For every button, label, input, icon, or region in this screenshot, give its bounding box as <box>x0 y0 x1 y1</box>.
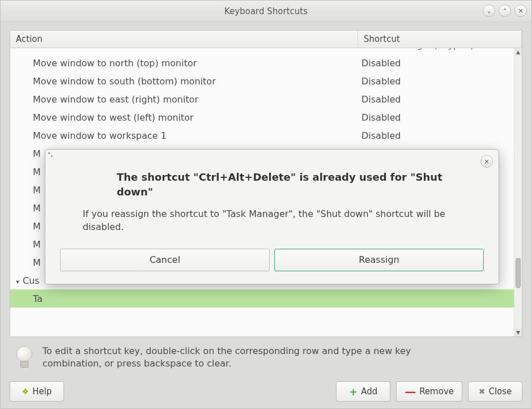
dialog-heading: The shortcut "Ctrl+Alt+Delete" is alread… <box>117 170 457 199</box>
scroll-down-arrow-icon[interactable]: ▼ <box>514 329 522 336</box>
column-action-header[interactable]: Action <box>10 31 358 48</box>
minimize-button[interactable]: ⌄ <box>483 5 495 17</box>
remove-button[interactable]: — Remove <box>396 381 462 402</box>
scroll-thumb[interactable] <box>516 258 521 288</box>
close-button[interactable]: ✖ Close <box>468 381 522 402</box>
scroll-up-arrow-icon[interactable]: ▲ <box>514 48 522 56</box>
table-row[interactable]: Move window to workspace 1Disabled <box>10 126 514 144</box>
help-button[interactable]: ❖ Help <box>10 381 64 402</box>
table-row[interactable]: Move window to center of screenCtrl+Alt+… <box>10 48 514 54</box>
close-icon: ✕ <box>484 158 489 165</box>
lightbulb-icon <box>14 345 35 372</box>
plus-icon: + <box>349 386 357 398</box>
reassign-button[interactable]: Reassign <box>274 249 484 271</box>
reassign-dialog: ✕ The shortcut "Ctrl+Alt+Delete" is alre… <box>45 149 499 284</box>
add-button[interactable]: + Add <box>336 381 390 402</box>
window-close-button[interactable]: ✕ <box>514 5 527 17</box>
minus-icon: — <box>405 389 416 394</box>
chevron-down-icon: ⌄ <box>486 7 491 15</box>
titlebar: Keyboard Shortcuts ⌄ ⌃ ✕ <box>1 1 531 22</box>
button-label: Reassign <box>359 254 399 265</box>
resize-grip-icon[interactable] <box>48 152 54 158</box>
hint-row: To edit a shortcut key, double-click on … <box>10 337 522 376</box>
button-label: Help <box>32 386 52 397</box>
expander-icon[interactable]: ▾ <box>14 278 22 286</box>
button-label: Add <box>361 386 377 397</box>
column-shortcut-header[interactable]: Shortcut <box>358 31 522 48</box>
button-label: Remove <box>419 386 454 397</box>
button-label: Close <box>488 386 512 397</box>
table-row[interactable]: Move window to west (left) monitorDisabl… <box>10 108 514 126</box>
cancel-button[interactable]: Cancel <box>60 249 270 271</box>
titlebar-buttons: ⌄ ⌃ ✕ <box>483 5 527 17</box>
help-icon: ❖ <box>22 387 29 396</box>
table-row-selected[interactable]: Ta <box>10 289 514 308</box>
group-label: Cus <box>23 275 40 286</box>
chevron-up-icon: ⌃ <box>502 7 507 15</box>
list-header: Action Shortcut <box>10 31 522 48</box>
maximize-button[interactable]: ⌃ <box>499 5 511 17</box>
dialog-close-button[interactable]: ✕ <box>480 155 493 168</box>
close-icon: ✖ <box>479 387 486 396</box>
window-title: Keyboard Shortcuts <box>224 6 308 16</box>
dialog-buttons: Cancel Reassign <box>60 249 484 271</box>
button-row: ❖ Help + Add — Remove ✖ Close <box>10 376 522 402</box>
table-row[interactable]: Move window to north (top) monitorDisabl… <box>10 54 514 72</box>
dialog-body: If you reassign the shortcut to "Task Ma… <box>83 207 479 233</box>
hint-text: To edit a shortcut key, double-click on … <box>42 345 450 370</box>
button-label: Cancel <box>150 254 180 265</box>
keyboard-shortcuts-window: Keyboard Shortcuts ⌄ ⌃ ✕ Action Shortcut… <box>0 0 532 409</box>
close-icon: ✕ <box>518 7 523 15</box>
vertical-scrollbar[interactable]: ▲ ▼ <box>514 48 522 336</box>
table-row[interactable]: Move window to east (right) monitorDisab… <box>10 90 514 108</box>
table-row[interactable]: Move window to south (bottom) monitorDis… <box>10 72 514 90</box>
